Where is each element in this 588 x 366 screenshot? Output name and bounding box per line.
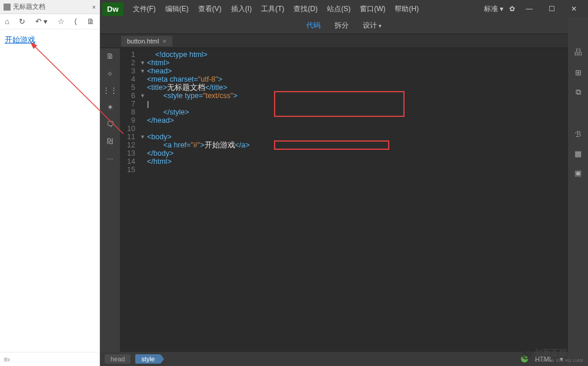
menu-tools[interactable]: 工具(T) — [256, 4, 289, 14]
watermark: ⊗ 创新互联 CHUANG XIN HU LIAN — [520, 347, 583, 362]
snippets-icon[interactable]: ▣ — [574, 169, 582, 177]
breadcrumb-head[interactable]: head — [105, 354, 131, 364]
preview-content: 开始游戏 — [0, 29, 99, 50]
close-tab-icon[interactable]: × — [92, 4, 96, 11]
css-icon[interactable]: ₪ — [107, 137, 113, 146]
menu-window[interactable]: 窗口(W) — [355, 4, 390, 14]
maximize-button[interactable]: ☐ — [543, 3, 560, 15]
gear-icon[interactable]: ✿ — [509, 5, 515, 13]
dom-icon[interactable]: ⊞ — [575, 68, 582, 77]
drag-icon[interactable]: ⋮⋮ — [102, 86, 118, 95]
wand-icon[interactable]: ✶ — [107, 103, 113, 112]
home-icon[interactable]: ⌂ — [5, 17, 9, 26]
preview-tab: 无标题文档 × — [0, 0, 99, 14]
app-logo: Dw — [102, 2, 123, 16]
view-code-tab[interactable]: 代码 — [306, 21, 320, 31]
behaviors-icon[interactable]: ℬ — [575, 130, 581, 139]
file-tab-label: button.html — [127, 38, 159, 45]
undo-icon[interactable]: ↶ ▾ — [35, 17, 48, 26]
watermark-cn: 创新互联 — [534, 348, 583, 358]
reload-icon[interactable]: ↻ — [19, 17, 25, 26]
view-split-tab[interactable]: 拆分 — [335, 21, 349, 31]
document-icon — [4, 4, 11, 11]
highlight-box-link — [274, 140, 389, 150]
files-icon[interactable]: ▦ — [574, 149, 582, 158]
preview-panel: 无标题文档 × ⌂ ↻ ↶ ▾ ☆ ⟨ 🗎 开始游戏 ≡› — [0, 0, 100, 366]
dreamweaver-app: Dw 文件(F) 编辑(E) 查看(V) 插入(I) 工具(T) 查找(D) 站… — [100, 0, 588, 366]
view-design-tab[interactable]: 设计 — [363, 21, 382, 31]
preview-tab-title: 无标题文档 — [13, 2, 45, 11]
highlight-box-style — [274, 91, 405, 117]
list-icon[interactable]: ≡› — [4, 355, 10, 364]
view-switcher: 代码 拆分 设计 — [100, 18, 588, 34]
menu-find[interactable]: 查找(D) — [289, 4, 322, 14]
star-icon[interactable]: ☆ — [58, 17, 65, 26]
page-icon[interactable]: 🗎 — [87, 17, 95, 26]
menu-help[interactable]: 帮助(H) — [390, 4, 423, 14]
statusbar: head style HTML ▾ — [100, 352, 568, 366]
menu-edit[interactable]: 编辑(E) — [161, 4, 193, 14]
close-button[interactable]: ✕ — [566, 3, 582, 15]
assets-icon[interactable]: ⧉ — [576, 88, 581, 97]
close-icon[interactable]: × — [162, 38, 166, 45]
preview-link[interactable]: 开始游戏 — [5, 35, 35, 44]
menu-file[interactable]: 文件(F) — [128, 4, 161, 14]
menu-site[interactable]: 站点(S) — [322, 4, 355, 14]
menu-insert[interactable]: 插入(I) — [226, 4, 256, 14]
editor-area: 🗎 ⟐ ⋮⋮ ✶ 🗨 ₪ ··· 1 <!doctype html>2▼<htm… — [100, 48, 568, 352]
select-icon[interactable]: ⟐ — [108, 69, 112, 78]
file-manage-icon[interactable]: 🗎 — [106, 52, 114, 61]
menu-view[interactable]: 查看(V) — [193, 4, 226, 14]
preview-toolbar: ⌂ ↻ ↶ ▾ ☆ ⟨ 🗎 — [0, 14, 99, 29]
more-icon[interactable]: ··· — [107, 154, 113, 163]
tool-gutter: 🗎 ⟐ ⋮⋮ ✶ 🗨 ₪ ··· — [100, 48, 120, 352]
watermark-logo: ⊗ — [520, 347, 531, 362]
layout-mode-dropdown[interactable]: 标准 ▾ — [484, 4, 503, 14]
minimize-button[interactable]: — — [521, 3, 537, 15]
back-icon[interactable]: ⟨ — [74, 17, 77, 26]
css-designer-icon[interactable]: 品 — [574, 47, 582, 58]
comment-icon[interactable]: 🗨 — [106, 120, 114, 129]
preview-statusbar: ≡› — [0, 352, 100, 366]
watermark-en: CHUANG XIN HU LIAN — [534, 358, 583, 362]
file-tabs: button.html × — [100, 34, 588, 48]
breadcrumb-style[interactable]: style — [135, 354, 161, 364]
file-tab-button-html[interactable]: button.html × — [121, 36, 172, 46]
code-editor[interactable]: 1 <!doctype html>2▼<html>3▼<head>4<meta … — [120, 48, 568, 352]
right-panel-dock: 品 ⊞ ⧉ ℬ ▦ ▣ — [568, 18, 588, 366]
titlebar: Dw 文件(F) 编辑(E) 查看(V) 插入(I) 工具(T) 查找(D) 站… — [100, 0, 588, 18]
